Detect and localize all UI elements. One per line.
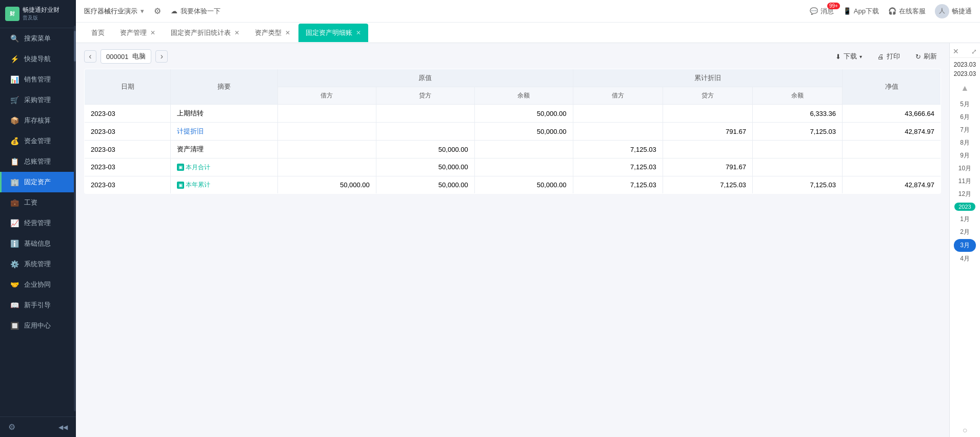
timeline-month-7月[interactable]: 7月 [950,124,980,136]
sidebar-item-quicknav[interactable]: ⚡ 快捷导航 [0,49,76,69]
tab-close-asset-type[interactable]: ✕ [285,29,290,36]
sidebar-item-salary[interactable]: 💼 工资 [0,192,76,213]
settings-button[interactable]: ⚙ [150,4,165,18]
sidebar-item-inventory[interactable]: 📦 库存核算 [0,110,76,131]
timeline-month-1月[interactable]: 1月 [950,213,980,226]
sidebar-item-guide[interactable]: 📖 新手引导 [0,295,76,315]
next-asset-button[interactable]: › [155,50,168,63]
timeline-month-9月[interactable]: 9月 [950,149,980,162]
collapse-icon[interactable]: ◀◀ [58,424,68,431]
company-name: 医疗器械行业演示 [84,7,137,16]
cell-yz-balance: 50,000.00 [474,105,573,123]
timeline-month-5月[interactable]: 5月 [950,98,980,111]
sidebar-item-capital[interactable]: 💰 资金管理 [0,131,76,151]
sidebar-logo: 财 畅捷通好业财 普及版 [0,0,76,28]
tab-label-fixed-detail: 固定资产明细账 [306,28,352,37]
sidebar-item-operations[interactable]: 📈 经营管理 [0,213,76,233]
timeline-month-2月[interactable]: 2月 [950,226,980,239]
tab-label-home: 首页 [91,28,105,37]
timeline-month-3月[interactable]: 3月 [954,239,976,252]
timeline-expand-icon[interactable]: ⤢ [971,48,977,55]
topbar-right: 💬 消息 99+ 📱 App下载 🎧 在线客服 人 畅捷通 [810,4,972,18]
col-lj-balance: 余额 [752,87,842,105]
timeline-month-10月[interactable]: 10月 [950,162,980,175]
cell-date: 2023-03 [85,141,171,158]
sidebar-icon-quicknav: ⚡ [10,55,19,63]
settings-icon[interactable]: ⚙ [8,422,15,432]
sidebar-menu: 🔍 搜索菜单 ⚡ 快捷导航 📊 销售管理 🛒 采购管理 📦 库存核算 💰 资金管… [0,28,76,416]
refresh-button[interactable]: ↻ 刷新 [911,50,941,63]
timeline-bottom-circle[interactable]: ○ [950,424,980,437]
sidebar-icon-ledger: 📋 [10,157,19,166]
sidebar-icon-basic: ℹ️ [10,240,19,248]
sidebar-item-purchase[interactable]: 🛒 采购管理 [0,90,76,110]
message-button[interactable]: 💬 消息 99+ [810,7,834,16]
table-header-group: 日期 摘要 原值 累计折旧 净值 [85,69,941,87]
cell-yz-credit [376,105,474,123]
cell-date: 2023-03 [85,123,171,141]
sidebar-item-basic[interactable]: ℹ️ 基础信息 [0,233,76,254]
company-selector[interactable]: 医疗器械行业演示 ▾ [84,7,144,16]
tab-fixed-depreciation[interactable]: 固定资产折旧统计表✕ [164,24,247,42]
sidebar-icon-system: ⚙️ [10,260,19,268]
message-badge: 99+ [827,3,840,9]
timeline-close-icon[interactable]: ✕ [953,47,959,55]
timeline-month-11月[interactable]: 11月 [950,175,980,188]
cell-yz-credit [376,123,474,141]
timeline-month-8月[interactable]: 8月 [950,136,980,149]
tab-asset-type[interactable]: 资产类型✕ [248,24,297,42]
timeline-year-badge[interactable]: 2023 [954,203,975,211]
sidebar-label-quicknav: 快捷导航 [24,54,51,64]
month-badge: ▣ 本月合计 [177,163,210,172]
table-row: 2023-03 ▣ 本年累计 50,000.00 50,000.00 50,00… [85,176,941,194]
timeline-month-12月[interactable]: 12月 [950,188,980,201]
timeline-nav-up[interactable]: ▲ [950,81,980,96]
col-original-value: 原值 [277,69,573,87]
sidebar-icon-inventory: 📦 [10,116,19,125]
tab-label-asset-mgmt: 资产管理 [120,28,147,37]
sidebar-item-ledger[interactable]: 📋 总账管理 [0,151,76,172]
sidebar-item-apps[interactable]: 🔲 应用中心 [0,315,76,336]
cell-summary: 计提折旧 [171,123,277,141]
sidebar-icon-sales: 📊 [10,75,19,84]
print-button[interactable]: 🖨 打印 [873,50,904,63]
tab-asset-mgmt[interactable]: 资产管理✕ [113,24,163,42]
cell-yz-balance: 50,000.00 [474,123,573,141]
tab-home[interactable]: 首页 [84,24,112,42]
prev-asset-button[interactable]: ‹ [84,50,96,63]
sidebar-item-sales[interactable]: 📊 销售管理 [0,69,76,90]
logo-icon: 财 [5,7,19,21]
sidebar-icon-capital: 💰 [10,137,19,145]
cell-lj-balance [752,158,842,176]
summary-link[interactable]: 计提折旧 [177,127,204,135]
tab-label-asset-type: 资产类型 [255,28,282,37]
logo-subtitle: 普及版 [23,14,59,22]
tab-close-asset-mgmt[interactable]: ✕ [150,29,155,36]
cell-net-value [843,141,941,158]
nav-row: ‹ 000001 电脑 › ⬇ 下载 ▾ [84,49,941,64]
download-button[interactable]: ⬇ 下载 ▾ [831,50,866,63]
online-service-button[interactable]: 🎧 在线客服 [888,7,926,16]
timeline-month-4月[interactable]: 4月 [950,252,980,265]
dropdown-icon: ▾ [141,7,144,15]
sidebar-item-search[interactable]: 🔍 搜索菜单 [0,28,76,49]
sidebar-item-collab[interactable]: 🤝 企业协同 [0,274,76,295]
sidebar-label-basic: 基础信息 [24,239,51,248]
timeline-month-6月[interactable]: 6月 [950,111,980,124]
cell-lj-debit: 7,125.03 [573,141,663,158]
tabs-bar: 首页资产管理✕固定资产折旧统计表✕资产类型✕固定资产明细账✕ [76,23,980,43]
chevron-left-icon: ‹ [89,52,91,61]
experience-link[interactable]: ☁ 我要体验一下 [171,7,221,16]
cell-yz-credit: 50,000.00 [376,176,474,194]
app-download-button[interactable]: 📱 App下载 [843,7,879,16]
user-menu[interactable]: 人 畅捷通 [935,4,972,18]
tab-close-fixed-depreciation[interactable]: ✕ [234,29,239,36]
sidebar-item-system[interactable]: ⚙️ 系统管理 [0,254,76,274]
avatar: 人 [935,4,949,18]
tab-fixed-detail[interactable]: 固定资产明细账✕ [298,24,368,42]
col-yz-debit: 借方 [277,87,376,105]
tab-close-fixed-detail[interactable]: ✕ [356,29,361,36]
cell-lj-balance: 6,333.36 [752,105,842,123]
sidebar-item-fixed[interactable]: 🏢 固定资产 [0,172,76,192]
sidebar-label-inventory: 库存核算 [24,116,51,125]
